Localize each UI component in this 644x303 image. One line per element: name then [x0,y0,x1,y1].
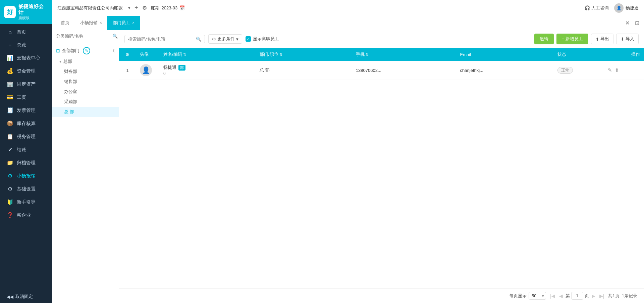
sidebar-item-label: 新手引导 [17,199,36,205]
sidebar-item-help[interactable]: ❓ 帮企业 [0,209,52,222]
sidebar-item-ledger[interactable]: ≡ 总账 [0,39,52,51]
prev-page-button[interactable]: ◀ [558,293,564,299]
archive-icon: 📁 [7,160,13,166]
logo-icon: 好 [4,6,16,18]
add-company-button[interactable]: + [135,4,138,11]
tab-expand-icon[interactable]: ⊡ [634,18,641,28]
col-settings[interactable]: ⚙ [119,48,136,61]
dept-finance[interactable]: 财务部 [52,67,119,77]
tab-dept-label: 部门员工 [113,20,130,26]
row-status-cell: 正常 [553,61,604,80]
row-actions-cell: ✎ ⬆ [604,61,644,80]
export-label: 导出 [600,36,609,42]
import-icon: ⬇ [621,37,624,42]
dept-purchase[interactable]: 采购部 [52,97,119,107]
user-menu[interactable]: 👤 畅捷通 [614,3,639,13]
per-page-select[interactable]: 50 10 20 100 [529,292,546,300]
dept-finance-label: 财务部 [64,69,77,75]
tab-dept[interactable]: 部门员工 × [107,16,140,30]
sidebar-item-salary[interactable]: 💳 工资 [0,91,52,104]
dept-badge: 部 [178,65,185,71]
dept-search-input[interactable] [56,34,112,39]
last-page-button[interactable]: ▶| [598,293,606,299]
employee-table: ⚙ 头像 姓名/编码 部门/职位 手机 [119,48,644,80]
sidebar-item-tax[interactable]: 📋 税务管理 [0,130,52,143]
col-name[interactable]: 姓名/编码 [159,48,256,61]
sidebar-item-settings[interactable]: ⚙ 基础设置 [0,182,52,196]
tab-close-all-icon[interactable]: ✕ [624,18,631,28]
logout-employee-button[interactable]: ⬆ [615,67,619,73]
service-button[interactable]: 🎧 人工咨询 [585,5,609,11]
add-employee-button[interactable]: + 新增员工 [556,34,588,44]
search-icon[interactable]: 🔍 [196,37,201,42]
dept-panel: 🔍 ⊞ 全部部门 ✎ 《 ▼ 总部 财务部 销售部 [52,30,119,303]
dept-general[interactable]: 总 部 [52,107,119,117]
edit-employee-button[interactable]: ✎ [608,67,612,73]
dept-search-icon[interactable]: 🔍 [112,34,118,39]
sidebar-item-expense[interactable]: ⚙ 小畅报销 [0,169,52,182]
headset-icon: 🎧 [585,5,590,10]
import-button[interactable]: ⬇ 导入 [616,34,639,44]
sidebar-item-invoice[interactable]: 🧾 发票管理 [0,104,52,117]
dept-tree: ⊞ 全部部门 ✎ 《 ▼ 总部 财务部 销售部 办公室 [52,42,119,303]
ledger-icon: ≡ [7,42,13,48]
header-settings-icon[interactable]: ⚙ [142,5,147,11]
cancel-pin-label: 取消固定 [15,294,33,300]
sidebar-item-guide[interactable]: 🔰 新手引导 [0,196,52,209]
calendar-icon[interactable]: 📅 [179,5,185,10]
col-dept[interactable]: 部门/职位 [256,48,352,61]
dept-collapse-icon[interactable]: 《 [111,48,115,54]
salary-icon: 💳 [7,94,13,100]
sidebar-item-label: 基础设置 [17,186,36,192]
tab-home-label: 首页 [61,20,69,26]
all-departments[interactable]: ⊞ 全部部门 ✎ 《 [52,45,119,56]
row-name-cell: 畅捷通 部 0 [159,61,256,80]
invite-button[interactable]: 邀请 [534,34,554,44]
page-input[interactable] [571,292,583,300]
cancel-pin-button[interactable]: ◀◀ 取消固定 [0,290,52,303]
grid-icon: ⊞ [56,48,60,53]
sidebar-item-inventory[interactable]: 📦 库存核算 [0,117,52,130]
employee-search-input[interactable] [128,37,194,42]
sidebar-item-label: 固定资产 [17,81,36,87]
sidebar-item-label: 归档管理 [17,160,36,166]
employee-table-container: ⚙ 头像 姓名/编码 部门/职位 手机 [119,48,644,288]
dept-edit-button[interactable]: ✎ [83,47,90,54]
per-page-select-wrap: 50 10 20 100 [529,292,546,300]
col-phone[interactable]: 手机 [352,48,456,61]
tab-dept-close[interactable]: × [132,20,135,25]
export-button[interactable]: ⬆ 导出 [591,34,613,44]
tab-expense-close[interactable]: × [100,20,102,25]
sidebar-item-funds[interactable]: 💰 资金管理 [0,64,52,78]
period-value: 2023-03 [162,5,178,10]
dept-sales[interactable]: 销售部 [52,77,119,87]
more-filter-button[interactable]: ⚙ 更多条件 ▾ [208,34,242,44]
checkbox-icon: ✓ [246,36,251,42]
employee-email: chanjethkj... [460,68,483,73]
row-avatar-cell: 👤 [136,61,159,80]
sidebar-item-closing[interactable]: ✔ 结账 [0,143,52,156]
assets-icon: 🏢 [7,81,13,87]
avatar-icon: 👤 [616,6,622,10]
tab-home[interactable]: 首页 [55,16,75,30]
closing-icon: ✔ [7,146,13,153]
sidebar-item-reports[interactable]: 📊 云报表中心 [0,51,52,64]
expand-arrow-icon: ▼ [59,60,62,63]
sidebar-item-home[interactable]: ⌂ 首页 [0,26,52,39]
sidebar-item-assets[interactable]: 🏢 固定资产 [0,78,52,91]
first-page-button[interactable]: |◀ [549,293,556,299]
show-resigned-checkbox[interactable]: ✓ 显示离职员工 [246,36,279,42]
next-page-button[interactable]: ▶ [590,293,597,299]
chart-icon: 📊 [7,55,13,61]
dept-office[interactable]: 办公室 [52,87,119,97]
col-email: Email [456,48,553,61]
employee-name: 畅捷通 [163,64,176,71]
guide-icon: 🔰 [7,199,13,205]
row-number: 1 [119,61,136,80]
company-name[interactable]: 江西服宝精品有限责任公司内账张 [57,5,123,11]
company-dropdown-icon[interactable]: ▾ [128,5,130,10]
sidebar-item-archive[interactable]: 📁 归档管理 [0,156,52,169]
tab-expense[interactable]: 小畅报销 × [75,16,107,30]
tab-bar: 首页 小畅报销 × 部门员工 × ✕ ⊡ [52,16,644,30]
dept-hq[interactable]: ▼ 总部 [52,56,119,67]
